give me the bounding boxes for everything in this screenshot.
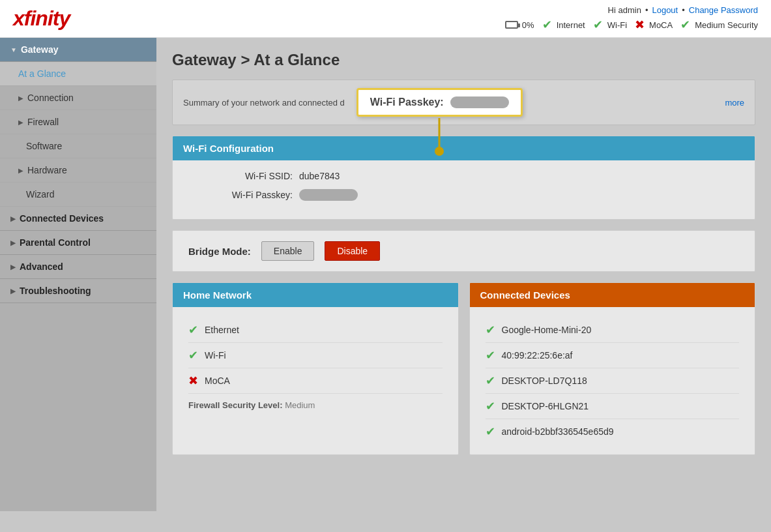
bottom-grid: Home Network ✔ Ethernet ✔ Wi-Fi ✖ MoCA <box>172 282 755 466</box>
check-security-icon: ✔ <box>680 18 690 32</box>
connected-devices-body: ✔ Google-Home-Mini-20 ✔ 40:99:22:25:6e:a… <box>470 307 755 454</box>
arrow-advanced: ▶ <box>10 263 16 271</box>
wifi-label: Wi-Fi <box>607 20 627 30</box>
page-title: Gateway > At a Glance <box>172 51 755 69</box>
sidebar-item-firewall[interactable]: ▶ Firewall <box>0 110 156 134</box>
wifi-passkey-tooltip-container: Wi-Fi Passkey: <box>356 88 523 117</box>
device-4-status-icon: ✔ <box>486 424 495 439</box>
arrow-hardware: ▶ <box>18 167 23 174</box>
device-3-label: DESKTOP-6HLGN21 <box>502 401 589 411</box>
sidebar-item-parental-control[interactable]: ▶ Parental Control <box>0 231 156 255</box>
sidebar-item-software[interactable]: Software <box>0 134 156 158</box>
sidebar-item-troubleshooting[interactable]: ▶ Troubleshooting <box>0 279 156 303</box>
wifi-ssid-value: dube7843 <box>299 171 340 181</box>
separator1: • <box>645 5 648 15</box>
bridge-mode-label: Bridge Mode: <box>188 246 251 257</box>
arrow-gateway: ▼ <box>10 46 17 53</box>
header-top-row: Hi admin • Logout • Change Password <box>608 5 758 15</box>
device-4-label: android-b2bbf336545e65d9 <box>502 426 614 437</box>
bridge-mode-section: Bridge Mode: Enable Disable <box>172 230 755 272</box>
device-1-label: 40:99:22:25:6e:af <box>502 350 573 361</box>
more-link[interactable]: more <box>725 98 744 108</box>
security-label: Medium Security <box>695 20 758 30</box>
tooltip-passkey-value <box>450 96 509 108</box>
firewall-security-value: Medium <box>285 400 315 410</box>
device-item-1: ✔ 40:99:22:25:6e:af <box>486 343 740 368</box>
wifi-config-body: Wi-Fi SSID: dube7843 Wi-Fi Passkey: <box>173 160 755 219</box>
cross-moca-icon: ✖ <box>635 18 645 32</box>
network-item-moca: ✖ MoCA <box>188 368 443 394</box>
bridge-enable-button[interactable]: Enable <box>261 241 315 261</box>
wifi-config-section: Wi-Fi Configuration Wi-Fi SSID: dube7843… <box>172 136 755 220</box>
device-1-status-icon: ✔ <box>486 348 495 362</box>
moca-network-label: MoCA <box>205 376 230 386</box>
wifi-ssid-label: Wi-Fi SSID: <box>188 171 293 181</box>
sidebar-item-at-a-glance[interactable]: At a Glance <box>0 62 156 86</box>
sidebar-item-advanced[interactable]: ▶ Advanced <box>0 255 156 279</box>
arrow-connection: ▶ <box>18 95 23 102</box>
connected-devices-header: Connected Devices <box>470 283 755 307</box>
main-layout: ▼ Gateway At a Glance ▶ Connection ▶ Fir… <box>0 38 771 511</box>
moca-status-icon: ✖ <box>188 374 198 388</box>
bridge-disable-button[interactable]: Disable <box>325 241 380 261</box>
network-item-ethernet: ✔ Ethernet <box>188 318 443 343</box>
sidebar-label-hardware: Hardware <box>27 165 67 175</box>
firewall-security-label: Firewall Security Level: <box>188 400 283 410</box>
header: xfinity Hi admin • Logout • Change Passw… <box>0 0 771 38</box>
header-right: Hi admin • Logout • Change Password 0% ✔… <box>505 5 758 32</box>
battery-icon <box>505 21 518 29</box>
device-2-status-icon: ✔ <box>486 374 495 388</box>
sidebar-label-gateway: Gateway <box>21 44 59 55</box>
check-internet-icon: ✔ <box>542 18 552 32</box>
sidebar: ▼ Gateway At a Glance ▶ Connection ▶ Fir… <box>0 38 156 511</box>
home-network-header: Home Network <box>173 283 458 307</box>
change-password-link[interactable]: Change Password <box>689 5 758 15</box>
wifi-network-label: Wi-Fi <box>205 350 226 361</box>
home-network-title: Home Network <box>183 289 252 301</box>
connected-devices-section: Connected Devices ✔ Google-Home-Mini-20 … <box>469 282 756 455</box>
sidebar-item-gateway[interactable]: ▼ Gateway <box>0 38 156 62</box>
sidebar-label-troubleshooting: Troubleshooting <box>20 286 91 296</box>
sidebar-label-parental-control: Parental Control <box>20 237 91 248</box>
summary-text: Summary of your network and connected d <box>183 98 345 108</box>
wifi-ssid-row: Wi-Fi SSID: dube7843 <box>188 171 739 181</box>
separator2: • <box>682 5 685 15</box>
logout-link[interactable]: Logout <box>652 5 678 15</box>
arrow-parental-control: ▶ <box>10 239 16 246</box>
network-item-wifi: ✔ Wi-Fi <box>188 343 443 368</box>
arrow-firewall: ▶ <box>18 119 23 126</box>
header-status-row: 0% ✔ Internet ✔ Wi-Fi ✖ MoCA ✔ Medium Se… <box>505 18 758 32</box>
device-item-2: ✔ DESKTOP-LD7Q118 <box>486 368 740 394</box>
wifi-config-header: Wi-Fi Configuration <box>173 136 755 160</box>
sidebar-label-advanced: Advanced <box>20 261 63 272</box>
sidebar-item-connected-devices[interactable]: ▶ Connected Devices <box>0 207 156 231</box>
home-network-body: ✔ Ethernet ✔ Wi-Fi ✖ MoCA Firewall Secur… <box>173 307 458 423</box>
arrow-troubleshooting: ▶ <box>10 288 16 295</box>
device-item-0: ✔ Google-Home-Mini-20 <box>486 318 740 343</box>
summary-bar-left: Summary of your network and connected d … <box>183 88 523 117</box>
content-area: Gateway > At a Glance Summary of your ne… <box>156 38 771 511</box>
home-network-section: Home Network ✔ Ethernet ✔ Wi-Fi ✖ MoCA <box>172 282 459 455</box>
check-wifi-icon: ✔ <box>593 18 603 32</box>
tooltip-passkey-label: Wi-Fi Passkey: <box>370 96 444 108</box>
wifi-passkey-row: Wi-Fi Passkey: <box>188 189 739 201</box>
sidebar-label-software: Software <box>26 141 62 151</box>
tooltip-box: Wi-Fi Passkey: <box>356 88 523 117</box>
status-battery: 0% <box>505 20 534 30</box>
sidebar-item-connection[interactable]: ▶ Connection <box>0 86 156 110</box>
device-0-label: Google-Home-Mini-20 <box>502 325 592 335</box>
status-security: ✔ Medium Security <box>680 18 758 32</box>
ethernet-status-icon: ✔ <box>188 323 198 337</box>
sidebar-item-wizard[interactable]: Wizard <box>0 183 156 207</box>
wifi-config-title: Wi-Fi Configuration <box>183 143 274 154</box>
sidebar-label-connected-devices: Connected Devices <box>20 213 104 224</box>
device-0-status-icon: ✔ <box>486 323 495 337</box>
sidebar-label-at-a-glance: At a Glance <box>18 68 66 79</box>
ethernet-label: Ethernet <box>205 325 239 335</box>
arrow-connected-devices: ▶ <box>10 215 16 222</box>
tooltip-dot <box>435 147 444 156</box>
sidebar-label-firewall: Firewall <box>27 117 59 127</box>
status-wifi: ✔ Wi-Fi <box>593 18 627 32</box>
sidebar-item-hardware[interactable]: ▶ Hardware <box>0 158 156 183</box>
device-item-3: ✔ DESKTOP-6HLGN21 <box>486 394 740 419</box>
